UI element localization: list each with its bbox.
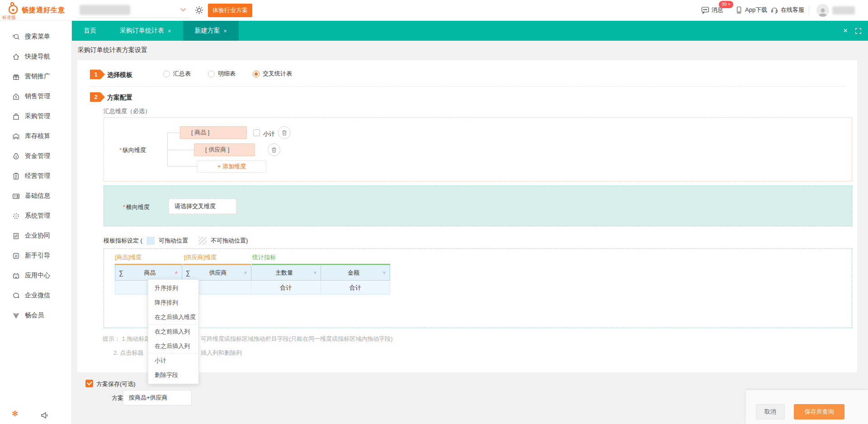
save-and-query-button[interactable]: 保存并查询 — [794, 404, 844, 419]
selector-underline — [78, 18, 190, 18]
svg-text:$: $ — [15, 95, 17, 99]
sidebar-item-quick-nav[interactable]: 快捷导航 — [0, 47, 71, 67]
sidebar-item-member[interactable]: 畅会员 — [0, 305, 71, 325]
avatar[interactable] — [816, 4, 829, 17]
gear-icon[interactable] — [194, 5, 204, 15]
username-redacted — [832, 6, 855, 14]
radio-label: 明细表 — [218, 70, 236, 78]
radio-detail-table[interactable]: 明细表 — [208, 70, 236, 78]
menu-item-insert-col-before[interactable]: 在之前插入列 — [148, 324, 198, 339]
scheme-name-input[interactable] — [123, 390, 192, 405]
sidebar-item-purchase[interactable]: 采购管理 — [0, 106, 71, 126]
tab-new-scheme[interactable]: 新建方案 × — [183, 21, 239, 41]
topbar-divider — [809, 5, 809, 15]
dimension-chip-supplier[interactable]: [ 供应商 ] — [194, 143, 255, 156]
column-header-product[interactable]: ∑ 商品 ∧ — [115, 265, 182, 281]
subtotal-checkbox[interactable] — [253, 129, 260, 136]
edition-label: 标准版 — [2, 14, 16, 21]
close-icon[interactable]: × — [168, 28, 171, 34]
required-star: * — [123, 204, 125, 210]
sidebar-item-search-menu[interactable]: 搜索菜单 — [0, 27, 71, 47]
column-header-supplier[interactable]: ∑ 供应商 ∨ — [182, 265, 251, 281]
sidebar-item-system[interactable]: 系统管理 — [0, 206, 71, 226]
sidebar-item-label: 企业微信 — [25, 291, 50, 300]
menu-item-sort-asc[interactable]: 升序排列 — [148, 281, 198, 295]
sidebar-item-label: 畅会员 — [25, 311, 44, 319]
sidebar-item-guide[interactable]: 新 新手引导 — [0, 246, 71, 266]
close-all-icon[interactable]: × — [843, 26, 848, 35]
save-scheme-checkbox[interactable] — [85, 380, 93, 387]
svg-text:¥: ¥ — [15, 155, 17, 158]
sidebar-item-label: 资金管理 — [25, 152, 50, 160]
newbie-icon: 新 — [12, 252, 20, 260]
sidebar-item-wecom[interactable]: 企业微信 — [0, 286, 71, 305]
indicator-title: 模板指标设定 ( — [104, 237, 142, 245]
indicator-legend: 模板指标设定 ( 可拖动位置 不可拖动位置) — [104, 237, 248, 245]
radio-icon[interactable] — [163, 71, 170, 77]
sidebar-item-label: 系统管理 — [25, 212, 50, 220]
cancel-button[interactable]: 取消 — [756, 404, 785, 419]
radio-summary-table[interactable]: 汇总表 — [163, 70, 191, 78]
tab-home[interactable]: 首页 — [72, 21, 108, 41]
sidebar-item-marketing[interactable]: 营销推广 — [0, 67, 71, 86]
home-icon — [12, 53, 20, 61]
sigma-icon: ∑ — [186, 269, 190, 276]
radio-icon-selected[interactable] — [253, 71, 259, 77]
flower-icon[interactable]: ✻ — [12, 409, 18, 419]
radio-cross-table[interactable]: 交叉统计表 — [253, 70, 292, 78]
indicator-box: [商品]维度 [供应商]维度 统计指标 ∑ 商品 ∧ ∑ 供应商 ∨ — [104, 248, 852, 328]
tab-label: 新建方案 — [195, 27, 220, 35]
group-label-supplier: [供应商]维度 — [184, 253, 217, 262]
money-icon: ¥ — [12, 152, 20, 160]
app-download-entry[interactable]: App下载 — [735, 6, 767, 14]
org-selector-redacted[interactable] — [80, 5, 130, 15]
cross-dimension-select[interactable]: 请选择交叉维度 — [169, 199, 236, 214]
announcement-horn-icon[interactable] — [41, 412, 49, 419]
close-icon[interactable]: × — [224, 28, 227, 34]
menu-item-sort-desc[interactable]: 降序排列 — [148, 295, 198, 310]
save-scheme-label: 方案保存(可选) — [96, 380, 136, 388]
sidebar-item-label: 营销推广 — [25, 72, 50, 81]
step2-badge: 2 — [90, 92, 105, 102]
caret-down-icon[interactable]: ∨ — [382, 270, 386, 275]
menu-item-subtotal[interactable]: 小计 — [148, 353, 198, 368]
sidebar-item-inventory[interactable]: 库存核算 — [0, 126, 71, 146]
sidebar-item-label: 采购管理 — [25, 112, 50, 120]
menu-item-insert-col-after[interactable]: 在之后插入列 — [148, 339, 198, 353]
menu-item-insert-dimension-after[interactable]: 在之后插入维度 — [148, 310, 198, 324]
sidebar-item-label: 新手引导 — [25, 252, 50, 260]
column-header-amount[interactable]: 金额 ∨ — [321, 265, 390, 281]
chevron-down-icon[interactable] — [180, 8, 186, 12]
step1-badge: 1 — [90, 70, 105, 79]
fullscreen-icon[interactable] — [855, 28, 862, 34]
sidebar-item-app-center[interactable]: 应用中心 — [0, 266, 71, 286]
sidebar-item-finance[interactable]: ¥ 资金管理 — [0, 146, 71, 166]
radio-label: 汇总表 — [173, 70, 191, 78]
hint-line1-left: 提示： 1.拖动标题 — [103, 335, 150, 343]
caret-down-icon[interactable]: ∨ — [313, 270, 317, 275]
caret-down-icon[interactable]: ∨ — [244, 270, 247, 275]
delete-dimension-button[interactable] — [268, 143, 280, 156]
bag-icon — [12, 113, 20, 120]
sidebar-item-label: 快捷导航 — [25, 52, 50, 61]
search-icon — [12, 33, 20, 41]
group-label-stats: 统计指标 — [252, 253, 276, 262]
sidebar-item-operation[interactable]: 经营管理 — [0, 166, 71, 186]
delete-dimension-button[interactable] — [278, 126, 291, 139]
sidebar-item-sales[interactable]: $ 销售管理 — [0, 86, 71, 106]
tab-purchase-order-report[interactable]: 采购订单统计表 × — [108, 21, 183, 41]
summary-dimension-box: *纵向维度 [ 商品 ] 小计 [ 供应商 ] + 添加维度 — [104, 117, 852, 181]
column-header-qty[interactable]: 主数量 ∨ — [251, 265, 321, 281]
sidebar-item-collaboration[interactable]: 企业协同 — [0, 226, 71, 246]
dimension-chip-product[interactable]: [ 商品 ] — [180, 126, 247, 139]
menu-item-delete-field[interactable]: 删除字段 — [148, 368, 198, 382]
online-service-entry[interactable]: 在线客服 — [770, 6, 804, 14]
sidebar-item-basic-info[interactable]: 基础信息 — [0, 186, 71, 206]
experience-industry-button[interactable]: 体验行业方案 — [208, 4, 252, 17]
sidebar-item-label: 应用中心 — [25, 272, 50, 280]
add-dimension-button[interactable]: + 添加维度 — [197, 160, 266, 173]
subtotal-label: 小计 — [263, 130, 275, 138]
sidebar-item-label: 基础信息 — [25, 192, 50, 200]
radio-icon[interactable] — [208, 71, 215, 77]
caret-up-icon[interactable]: ∧ — [175, 270, 178, 275]
